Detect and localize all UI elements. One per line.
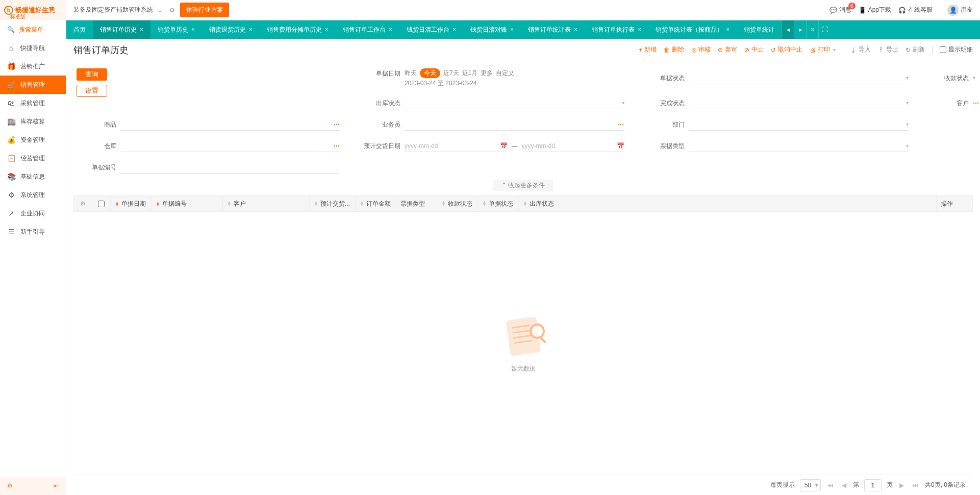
- th-ticket-type[interactable]: 票据类型: [396, 196, 437, 211]
- goods-lookup[interactable]: ⋯: [120, 118, 340, 131]
- collapse-icon[interactable]: ⇤: [54, 482, 59, 489]
- close-icon[interactable]: ×: [389, 26, 392, 33]
- setting-button[interactable]: 设置: [77, 85, 107, 97]
- page-input[interactable]: [864, 479, 882, 491]
- last-page-icon[interactable]: ⏭: [911, 482, 920, 489]
- close-icon[interactable]: ×: [249, 26, 253, 33]
- nav-fund[interactable]: 💰资金管理: [0, 131, 66, 149]
- salesman-lookup[interactable]: ⋯: [405, 118, 624, 131]
- delete-button[interactable]: 🗑删除: [664, 45, 684, 54]
- gear-icon[interactable]: ⚙: [169, 7, 175, 14]
- tab-scroll-left[interactable]: ◂: [782, 20, 794, 39]
- nav-system[interactable]: ⚙系统管理: [0, 186, 66, 204]
- nav-marketing[interactable]: 🎁营销推广: [0, 57, 66, 76]
- bill-no-input[interactable]: [120, 161, 340, 174]
- th-bill-date[interactable]: ▲▼单据日期: [111, 196, 152, 211]
- complete-status-select[interactable]: ▾: [689, 97, 909, 109]
- th-select-all[interactable]: [92, 196, 111, 211]
- online-service-button[interactable]: 🎧 在线客服: [898, 6, 933, 14]
- nav-sales[interactable]: 🛒销售管理: [0, 76, 66, 94]
- th-receipt-status[interactable]: ▲▼收款状态: [437, 196, 478, 211]
- prev-page-icon[interactable]: ◀: [840, 482, 848, 489]
- date-chip-custom[interactable]: 自定义: [496, 69, 514, 78]
- suspend-button[interactable]: ⊘中止: [744, 45, 764, 54]
- tab-sales-fee-share-history[interactable]: 销售费用分摊单历史×: [260, 20, 336, 39]
- close-icon[interactable]: ×: [140, 26, 143, 33]
- tab-sales-bill-stat-trunc[interactable]: 销货单统计: [737, 20, 782, 39]
- print-button[interactable]: 🖨打印▾: [810, 45, 836, 54]
- show-detail-checkbox[interactable]: 显示明细: [940, 45, 973, 54]
- query-button[interactable]: 查询: [77, 68, 107, 81]
- checkbox-input[interactable]: [98, 201, 105, 207]
- tab-sales-order-history[interactable]: 销售订单历史×: [93, 20, 150, 39]
- ticket-type-select[interactable]: ▾: [689, 140, 909, 152]
- nav-inventory[interactable]: 🏬库存核算: [0, 112, 66, 131]
- tab-sales-order-stat[interactable]: 销售订单统计表×: [521, 20, 585, 39]
- date-chip-1month[interactable]: 近1月: [462, 69, 478, 78]
- nav-collab[interactable]: ↗企业协同: [0, 204, 66, 222]
- th-bill-status[interactable]: ▲▼单据状态: [478, 196, 519, 211]
- nav-guide[interactable]: ☰新手引导: [0, 222, 66, 241]
- export-button[interactable]: ⭱导出: [878, 45, 898, 54]
- nav-business[interactable]: 📋经营管理: [0, 149, 66, 167]
- th-settings[interactable]: ⚙: [74, 196, 92, 211]
- tab-daily-clear-workbench[interactable]: 钱货日清工作台×: [399, 20, 463, 39]
- refresh-button[interactable]: ↻刷新: [906, 45, 925, 54]
- experience-button[interactable]: 体验行业方案: [180, 3, 229, 17]
- th-amount[interactable]: ▲▼订单金额: [356, 196, 396, 211]
- user-menu[interactable]: 👤 用友: [947, 5, 973, 16]
- tab-home[interactable]: 首页: [66, 20, 93, 39]
- tab-close-all[interactable]: ×: [806, 20, 818, 39]
- close-icon[interactable]: ×: [510, 26, 514, 33]
- outbound-status-select[interactable]: ▾: [405, 97, 624, 109]
- tab-sales-order-workbench[interactable]: 销售订单工作台×: [336, 20, 399, 39]
- nav-basic[interactable]: 📚基础信息: [0, 167, 66, 186]
- close-icon[interactable]: ×: [638, 26, 641, 33]
- audit-button[interactable]: ◎审核: [691, 45, 711, 54]
- th-bill-no[interactable]: ▲▼单据编号: [152, 196, 223, 211]
- th-expected-date[interactable]: ▲▼预计交货...: [310, 196, 356, 211]
- date-chip-yesterday[interactable]: 昨天: [405, 69, 417, 78]
- tab-sales-order-exec[interactable]: 销售订单执行表×: [585, 20, 648, 39]
- first-page-icon[interactable]: ⏮: [826, 482, 835, 489]
- per-page-select[interactable]: 50: [800, 479, 821, 491]
- brand-logo[interactable]: b 畅捷通好生意 标准版: [0, 0, 66, 20]
- th-customer[interactable]: ▲▼客户: [223, 196, 310, 211]
- tab-label: 销货退货历史: [209, 26, 246, 34]
- expected-date-to[interactable]: yyyy-mm-dd📅: [522, 140, 625, 152]
- date-chip-7days[interactable]: 近7天: [443, 69, 459, 78]
- tab-sales-bill-history[interactable]: 销货单历史×: [150, 20, 202, 39]
- tab-sales-return-history[interactable]: 销货退货历史×: [202, 20, 260, 39]
- tab-sales-bill-stat-goods[interactable]: 销货单统计表（按商品）×: [648, 20, 737, 39]
- cancel-suspend-button[interactable]: ↺取消中止: [771, 45, 802, 54]
- system-selector[interactable]: 装备及固定资产辅助管理系统 ⌄: [73, 6, 162, 14]
- tab-fullscreen[interactable]: ⛶: [818, 20, 831, 39]
- tab-daily-clear-recon[interactable]: 钱货日清对账×: [463, 20, 521, 39]
- nav-quick[interactable]: ⌂快捷导航: [0, 39, 66, 57]
- expected-date-from[interactable]: yyyy-mm-dd📅: [405, 140, 508, 152]
- collapse-filters[interactable]: ⌃ 收起更多条件: [77, 180, 970, 191]
- close-icon[interactable]: ×: [191, 26, 195, 33]
- add-button[interactable]: +新增: [639, 45, 657, 54]
- close-icon[interactable]: ×: [325, 26, 329, 33]
- th-outbound-status[interactable]: ▲▼出库状态: [519, 196, 937, 211]
- date-chip-more[interactable]: 更多: [481, 69, 493, 78]
- warehouse-lookup[interactable]: ⋯: [120, 140, 340, 152]
- close-icon[interactable]: ×: [574, 26, 577, 33]
- tab-scroll-right[interactable]: ▸: [794, 20, 806, 39]
- app-download-button[interactable]: 📱 App下载: [859, 6, 891, 14]
- import-button[interactable]: ⭳导入: [850, 45, 871, 54]
- checkbox-input[interactable]: [940, 46, 946, 53]
- abandon-button[interactable]: ⊘弃审: [718, 45, 737, 54]
- message-button[interactable]: 💬 消息 6: [830, 6, 851, 14]
- nav-purchase[interactable]: 🛍采购管理: [0, 94, 66, 112]
- chevron-down-icon: ▾: [833, 47, 836, 53]
- settings-icon[interactable]: ⚙: [7, 482, 13, 489]
- dept-select[interactable]: ▾: [689, 118, 909, 131]
- bill-status-select[interactable]: ▾: [689, 72, 909, 84]
- close-icon[interactable]: ×: [453, 26, 456, 33]
- next-page-icon[interactable]: ▶: [898, 482, 906, 489]
- close-icon[interactable]: ×: [726, 26, 730, 33]
- sidebar-search[interactable]: 🔍 搜索菜单: [0, 20, 66, 39]
- date-chip-today[interactable]: 今天: [420, 68, 440, 78]
